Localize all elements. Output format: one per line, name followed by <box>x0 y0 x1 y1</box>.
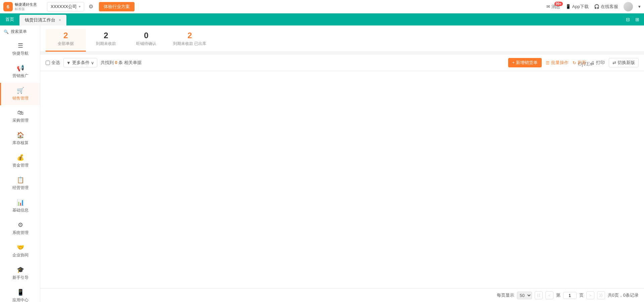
batch-label: 批量操作 <box>551 60 569 66</box>
tab-bar: 首页 钱货日清工作台 × ⊟ ⊞ <box>0 13 644 25</box>
print-label: 打印 <box>596 60 605 66</box>
pagination: 每页显示 50 ⟨⟨ ＜ 第 页 ＞ ⟩⟩ 共0页，0条记录 <box>40 288 644 302</box>
app-download-button[interactable]: 📱 App下载 <box>566 4 589 10</box>
stat-num-overdue: 2 <box>93 32 119 40</box>
search-icon: 🔍 <box>4 29 9 34</box>
sidebar-item-label: 应用中心 <box>12 297 29 302</box>
tab-maximize-button[interactable]: ⊞ <box>633 15 641 23</box>
stat-num-shipped: 2 <box>173 32 206 40</box>
pagination-prev-button[interactable]: ＜ <box>545 291 553 299</box>
sidebar-item-purchase[interactable]: 🛍 采购管理 <box>0 105 40 127</box>
sidebar-item-label: 经营管理 <box>12 185 29 191</box>
batch-icon: ☰ <box>546 60 550 65</box>
pagination-last-button[interactable]: ⟩⟩ <box>597 291 605 299</box>
user-name[interactable]: ▾ <box>638 4 641 9</box>
switch-label: 切换新版 <box>618 60 635 66</box>
sidebar-item-apps[interactable]: 📱 应用中心 <box>0 285 40 302</box>
sidebar-item-label: 快捷导航 <box>12 51 29 56</box>
online-service-label: 在线客服 <box>601 4 618 10</box>
operations-icon: 📋 <box>17 176 24 184</box>
user-avatar[interactable] <box>624 2 633 11</box>
company-dropdown-arrow: ▾ <box>79 5 80 8</box>
often-label: OfTEn <box>578 61 592 67</box>
stat-tab-all[interactable]: 2 全部单据 <box>46 29 86 52</box>
filter-label: 更多条件 <box>72 60 90 66</box>
page-label: 第 <box>556 292 560 298</box>
sidebar-item-system[interactable]: ⚙ 系统管理 <box>0 217 40 240</box>
company-selector[interactable]: XXXXXX公司 ▾ <box>47 2 84 11</box>
stat-label-overdue: 到期未收款 <box>96 41 116 46</box>
switch-version-button[interactable]: ⇄ 切换新版 <box>609 58 639 67</box>
online-service-icon: 🎧 <box>594 4 599 9</box>
enterprise-icon: 🤝 <box>17 244 24 251</box>
online-service-button[interactable]: 🎧 在线客服 <box>594 4 618 10</box>
batch-operation-button[interactable]: ☰ 批量操作 <box>546 60 569 66</box>
filter-icon: ▼ <box>66 60 71 65</box>
toolbar-right: + 新增销货单 ☰ 批量操作 ↻ 刷新 🖨 打印 ⇄ 切换新版 <box>508 58 639 67</box>
sidebar-item-quick-nav[interactable]: ☰ 快捷导航 <box>0 38 40 60</box>
toolbar: 全选 ▼ 更多条件 ∨ 共找到 0 条 相关单据 + 新增销货单 ☰ 批量操作 <box>40 55 644 71</box>
sidebar-item-label: 库存核算 <box>12 140 29 146</box>
message-badge: 99+ <box>554 2 563 6</box>
filter-button[interactable]: ▼ 更多条件 ∨ <box>63 58 97 67</box>
print-button[interactable]: 🖨 打印 <box>590 60 605 66</box>
main-content: 2 全部单据 2 到期未收款 0 旺铺待确认 2 到期未收款 已出库 全选 <box>40 25 644 302</box>
stat-num-all: 2 <box>52 32 79 40</box>
tab-work-station[interactable]: 钱货日清工作台 × <box>19 15 66 25</box>
pagination-next-button[interactable]: ＞ <box>586 291 594 299</box>
result-text: 共找到 0 条 相关单据 <box>101 60 142 66</box>
stat-num-wangpu: 0 <box>133 32 160 40</box>
inventory-icon: 🏠 <box>17 131 24 139</box>
search-menu-item[interactable]: 🔍 搜索菜单 <box>0 25 40 38</box>
search-menu-label: 搜索菜单 <box>11 29 27 35</box>
result-unit: 条 <box>118 60 123 65</box>
tab-minimize-button[interactable]: ⊟ <box>624 15 632 23</box>
per-page-select[interactable]: 50 <box>517 292 532 299</box>
total-records: 共0页，0条记录 <box>608 292 639 298</box>
quick-nav-icon: ☰ <box>18 42 23 49</box>
tab-home[interactable]: 首页 <box>0 13 19 25</box>
apps-icon: 📱 <box>17 289 24 296</box>
select-all-checkbox[interactable]: 全选 <box>46 60 60 66</box>
sidebar-item-sales[interactable]: 🛒 销售管理 <box>0 83 40 105</box>
sidebar-item-guide[interactable]: 🎓 新手引导 <box>0 262 40 285</box>
pagination-first-button[interactable]: ⟨⟨ <box>535 291 543 299</box>
stat-label-shipped: 到期未收款 已出库 <box>173 41 206 46</box>
settings-button[interactable]: ⚙ <box>86 2 96 11</box>
add-sales-order-button[interactable]: + 新增销货单 <box>508 58 542 67</box>
trial-industry-button[interactable]: 体验行业方案 <box>99 2 135 11</box>
stat-tab-overdue[interactable]: 2 到期未收款 <box>86 29 126 52</box>
sidebar-item-label: 采购管理 <box>12 118 29 123</box>
stat-label-all: 全部单据 <box>58 41 74 46</box>
message-button[interactable]: ✉ 消息 99+ <box>546 4 560 10</box>
app-logo: 6 畅捷通好生意 标准版 <box>3 2 44 11</box>
purchase-icon: 🛍 <box>17 109 23 116</box>
finance-icon: 💰 <box>17 154 24 161</box>
stat-tab-wangpu[interactable]: 0 旺铺待确认 <box>126 29 166 52</box>
sidebar-item-label: 系统管理 <box>12 230 29 236</box>
sidebar-item-label: 营销推广 <box>12 73 29 79</box>
sidebar-item-enterprise[interactable]: 🤝 企业协同 <box>0 240 40 262</box>
sidebar-item-label: 基础信息 <box>12 207 29 213</box>
sidebar-item-marketing[interactable]: 📢 营销推广 <box>0 60 40 83</box>
sidebar-item-label: 销售管理 <box>12 96 29 101</box>
select-all-input[interactable] <box>46 61 50 65</box>
logo-icon: 6 <box>3 2 13 11</box>
main-layout: 🔍 搜索菜单 ☰ 快捷导航 📢 营销推广 🛒 销售管理 🛍 采购管理 🏠 库存核… <box>0 25 644 302</box>
page-suffix: 页 <box>579 292 584 298</box>
page-input[interactable] <box>563 292 577 299</box>
sidebar-item-finance[interactable]: 💰 资金管理 <box>0 150 40 172</box>
sidebar-item-inventory[interactable]: 🏠 库存核算 <box>0 127 40 150</box>
sidebar-item-label: 资金管理 <box>12 163 29 168</box>
header-right: ✉ 消息 99+ 📱 App下载 🎧 在线客服 ▾ <box>546 2 641 11</box>
content-area <box>40 71 644 288</box>
top-header: 6 畅捷通好生意 标准版 XXXXXX公司 ▾ ⚙ 体验行业方案 ✉ 消息 99… <box>0 0 644 13</box>
related-label: 相关单据 <box>124 60 142 65</box>
tab-close-icon[interactable]: × <box>59 18 61 22</box>
app-download-icon: 📱 <box>566 4 571 9</box>
sidebar-item-operations[interactable]: 📋 经营管理 <box>0 172 40 195</box>
sidebar-item-basic-info[interactable]: 📊 基础信息 <box>0 195 40 217</box>
result-count: 0 <box>115 60 117 65</box>
stat-tab-shipped[interactable]: 2 到期未收款 已出库 <box>166 29 213 52</box>
system-icon: ⚙ <box>18 221 23 229</box>
